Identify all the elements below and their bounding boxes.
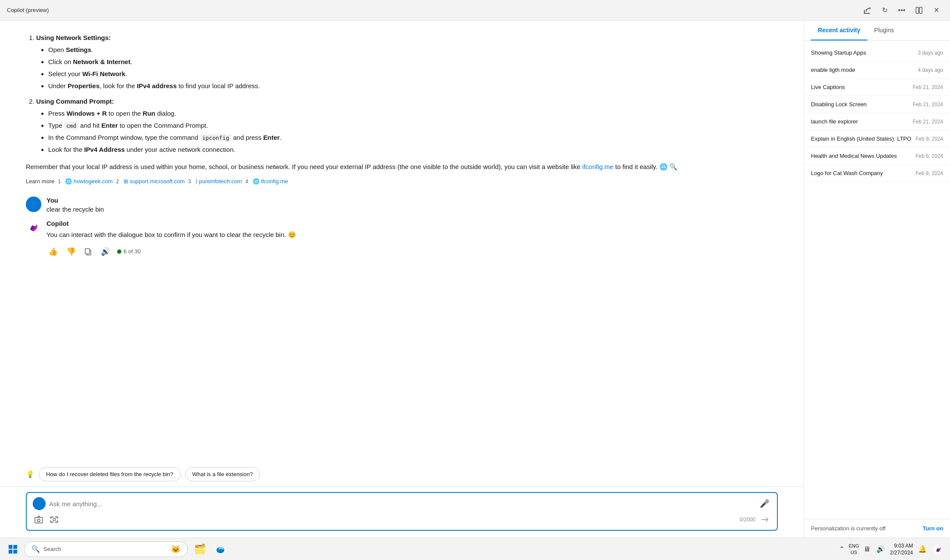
- svg-rect-11: [51, 522, 53, 523]
- step1-item-3: Select your Wi-Fi Network.: [48, 69, 778, 79]
- source-num-3: 3: [188, 178, 191, 186]
- taskbar-system-icons: ⌃ ENGUS 🖥 🔊: [837, 543, 887, 555]
- activity-date: 3 days ago: [918, 50, 943, 56]
- thumbs-down-button[interactable]: 👎: [65, 245, 77, 258]
- speech-count: 6 of 30: [117, 248, 141, 255]
- char-count: 0/2000: [740, 517, 755, 523]
- source-link-3[interactable]: ⟩ pureinfotech.com: [195, 177, 242, 186]
- green-dot: [117, 249, 121, 254]
- speak-button[interactable]: 🔊: [99, 245, 112, 258]
- source-num-1: 1: [58, 178, 61, 186]
- step1-label: Using Network Settings:: [36, 34, 111, 41]
- start-button[interactable]: [5, 542, 21, 557]
- user-name: You: [46, 197, 104, 204]
- copilot-name: Copilot: [46, 220, 296, 227]
- taskbar-time: 9:03 AM: [894, 543, 913, 549]
- send-button[interactable]: [759, 514, 771, 526]
- speaker-icon[interactable]: 🔊: [875, 543, 887, 555]
- tab-plugins[interactable]: Plugins: [867, 21, 901, 40]
- activity-title: Showing Startup Apps: [811, 49, 914, 56]
- activity-date: Feb 9, 2024: [916, 136, 943, 142]
- ifconfig-link[interactable]: ifconfig.me: [582, 163, 614, 170]
- title-bar: Copilot (preview) ↻ ••• ✕: [0, 0, 950, 21]
- activity-item[interactable]: Showing Startup Apps3 days ago: [804, 44, 950, 62]
- svg-rect-18: [9, 545, 12, 549]
- activity-item[interactable]: Explain in English (United States): LTPO…: [804, 130, 950, 148]
- close-button[interactable]: ✕: [929, 3, 943, 17]
- activity-item[interactable]: Live CaptionsFeb 21, 2024: [804, 79, 950, 96]
- source-link-2[interactable]: ⊞ support.microsoft.com: [124, 177, 185, 186]
- activity-title: Disabling Lock Screen: [811, 101, 909, 108]
- suggestion-2[interactable]: What is a file extension?: [185, 467, 260, 481]
- copilot-message: Copilot You can interact with the dialog…: [26, 220, 778, 258]
- activity-item[interactable]: Logo for Cat Wash CompanyFeb 8, 2024: [804, 165, 950, 182]
- svg-rect-14: [50, 520, 51, 523]
- right-panel-tabs: Recent activity Plugins: [804, 21, 950, 41]
- activity-item[interactable]: enable ligth mode4 days ago: [804, 62, 950, 79]
- user-avatar: 👤: [26, 197, 41, 212]
- step1-item-2: Click on Network & Internet.: [48, 57, 778, 67]
- activity-title: enable ligth mode: [811, 67, 914, 73]
- activity-item[interactable]: Health and Medical News UpdatesFeb 8, 20…: [804, 148, 950, 165]
- activity-date: 4 days ago: [918, 67, 943, 73]
- refresh-button[interactable]: ↻: [878, 3, 891, 17]
- learn-more-bar: Learn more 1 🌐 howtogeek.com 2 ⊞ support…: [26, 177, 778, 186]
- input-box: 👤 🎤 0/2000: [26, 492, 778, 531]
- turn-on-button[interactable]: Turn on: [923, 525, 943, 532]
- suggestion-1[interactable]: How do I recover deleted files from the …: [39, 467, 181, 481]
- language-indicator: ENGUS: [849, 543, 859, 555]
- svg-rect-12: [55, 522, 57, 523]
- camera-button[interactable]: [33, 514, 45, 526]
- suggestions-bar: 💡 How do I recover deleted files from th…: [0, 462, 804, 486]
- taskbar-clock[interactable]: 9:03 AM 2/27/2024: [890, 543, 913, 556]
- chat-panel: Using Network Settings: Open Settings. C…: [0, 21, 804, 538]
- activity-list: Showing Startup Apps3 days agoenable lig…: [804, 41, 950, 519]
- network-icon[interactable]: 🖥: [862, 544, 872, 555]
- input-user-avatar: 👤: [33, 497, 46, 510]
- split-button[interactable]: [912, 3, 926, 17]
- reminder-text: Remember that your local IP address is u…: [26, 162, 778, 172]
- more-button[interactable]: •••: [895, 3, 909, 17]
- taskbar-search-text: Search: [43, 546, 61, 552]
- activity-title: Logo for Cat Wash Company: [811, 170, 912, 176]
- taskbar-search-bar[interactable]: 🔍 Search 🐱: [24, 542, 188, 557]
- user-message-text: clear the recycle bin: [46, 206, 104, 213]
- step2-item-4: Look for the IPv4 Address under your act…: [48, 145, 778, 155]
- search-icon: 🔍: [31, 545, 40, 553]
- notification-icon[interactable]: 🔔: [916, 543, 928, 555]
- share-button[interactable]: [860, 3, 874, 17]
- copy-button[interactable]: [83, 246, 94, 257]
- svg-rect-9: [51, 517, 53, 517]
- app-body: Using Network Settings: Open Settings. C…: [0, 21, 950, 538]
- right-panel: Recent activity Plugins Showing Startup …: [804, 21, 950, 538]
- chevron-up-icon[interactable]: ⌃: [837, 543, 846, 555]
- thumbs-up-button[interactable]: 👍: [46, 245, 59, 258]
- activity-title: Explain in English (United States): LTPO: [811, 135, 912, 142]
- tab-recent-activity[interactable]: Recent activity: [811, 21, 867, 40]
- input-bottom-row: 0/2000: [33, 514, 771, 526]
- source-link-1[interactable]: 🌐 howtogeek.com: [65, 177, 113, 186]
- microphone-button[interactable]: 🎤: [758, 497, 771, 510]
- input-area: 👤 🎤 0/2000: [0, 486, 804, 538]
- previous-assistant-message: Using Network Settings: Open Settings. C…: [26, 33, 778, 186]
- activity-item[interactable]: launch file explorerFeb 21, 2024: [804, 113, 950, 130]
- personalization-bar: Personalization is currently off Turn on: [804, 519, 950, 538]
- svg-rect-21: [13, 550, 17, 554]
- activity-item[interactable]: Disabling Lock ScreenFeb 21, 2024: [804, 96, 950, 113]
- taskbar-file-manager[interactable]: 🗂️: [191, 541, 208, 558]
- source-num-2: 2: [116, 178, 119, 186]
- taskbar-edge[interactable]: [212, 541, 229, 558]
- chat-input[interactable]: [49, 500, 755, 508]
- svg-rect-19: [13, 545, 17, 549]
- chat-messages[interactable]: Using Network Settings: Open Settings. C…: [0, 21, 804, 462]
- input-row: 👤 🎤: [33, 497, 771, 510]
- screenshot-button[interactable]: [48, 514, 60, 526]
- activity-date: Feb 21, 2024: [913, 119, 943, 125]
- svg-rect-3: [919, 7, 922, 13]
- copilot-taskbar-icon[interactable]: [932, 543, 945, 556]
- taskbar-date: 2/27/2024: [890, 550, 913, 556]
- source-link-4[interactable]: 🌐 ifconfig.me: [253, 177, 288, 186]
- svg-rect-15: [57, 517, 58, 519]
- speech-count-text: 6 of 30: [124, 248, 141, 255]
- user-message-body: You clear the recycle bin: [46, 197, 104, 213]
